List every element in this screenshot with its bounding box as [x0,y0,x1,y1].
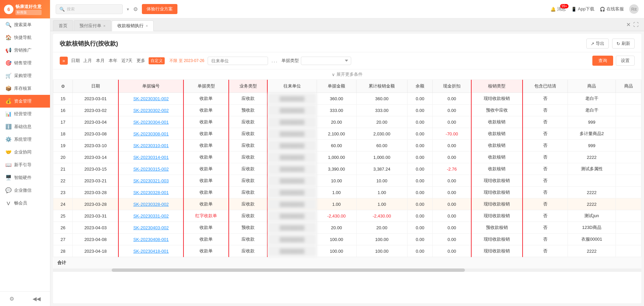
row-bill-no[interactable]: SK-20230408-001 [118,234,184,245]
dropdown-icon[interactable]: ▾ [127,7,129,12]
bill-no-link[interactable]: SK-20230308-001 [133,131,169,136]
col-header-settings[interactable]: ⚙ [53,80,73,93]
sidebar-item-purchase[interactable]: 🛒采购管理 [0,69,50,82]
bill-no-link[interactable]: SK-20230315-002 [133,167,169,172]
filter-expand-row: ∨ 展开更多条件 [53,69,641,80]
row-no: 26 [53,222,73,234]
row-goods: 2222 [568,198,616,210]
bill-no-link[interactable]: SK-20230331-002 [133,213,169,219]
gear-icon[interactable]: ⚙ [133,6,138,12]
row-biz-type: 应收款 [229,93,267,105]
bill-no-link[interactable]: SK-20230403-002 [133,225,169,230]
query-button[interactable]: 查询 [592,56,613,66]
date-btn-更多[interactable]: 更多 [135,57,147,64]
filter-expand-button[interactable]: » [60,57,68,65]
row-bill-no[interactable]: SK-20230418-001 [118,245,184,257]
counterpart-input[interactable] [208,57,268,65]
sidebar-item-marketing[interactable]: 📢营销推广 [0,44,50,57]
row-bill-no[interactable]: SK-20230403-002 [118,222,184,234]
notifications-link[interactable]: 🔔 消息 99+ [550,6,566,12]
date-btn-本月[interactable]: 本月 [95,57,106,64]
bill-no-link[interactable]: SK-20230314-001 [133,155,169,160]
row-bill-no[interactable]: SK-20230314-001 [118,151,184,163]
row-biz-type: 应收款 [229,116,267,128]
bill-no-link[interactable]: SK-20230302-002 [133,108,169,113]
sidebar-item-enterprise[interactable]: 🤝企业协同 [0,146,50,159]
guide-icon: 📖 [5,162,11,168]
app-download-link[interactable]: 📱 App下载 [571,6,594,12]
bill-no-link[interactable]: SK-20230418-001 [133,249,169,254]
column-settings-icon[interactable]: ⚙ [61,84,65,89]
bill-type-select[interactable] [301,57,351,65]
avatar[interactable]: Rit [629,4,639,14]
bill-no-link[interactable]: SK-20230310-001 [133,143,169,148]
sales-icon: 🎯 [5,60,11,66]
bill-no-link[interactable]: SK-20230328-001 [133,190,169,195]
maximize-tab-button[interactable]: ⛶ [633,21,639,28]
row-counterpart: ████████ [267,222,317,234]
sidebar-item-inventory[interactable]: 📦库存核算 [0,82,50,95]
row-include-settled: 否 [523,187,568,198]
date-btn-近7天[interactable]: 近7天 [120,57,134,64]
settings-bottom-icon[interactable]: ⚙ [7,294,17,303]
row-bill-type: 收款单 [183,93,229,105]
sidebar-item-sales[interactable]: 🎯销售管理 [0,57,50,69]
data-table: ⚙日期单据编号单据类型业务类型往来单位单据金额累计核销金额余额现金折扣核销类型包… [53,80,641,268]
row-bill-no[interactable]: SK-20230328-001 [118,187,184,198]
col-header-cancel_type: 核销类型 [471,80,523,93]
date-custom-button[interactable]: 自定义 [149,57,165,64]
table-footer-row: 合计 [53,257,641,269]
row-counterpart: ████████ [267,151,317,163]
sidebar-item-search[interactable]: 🔍搜索菜单 [0,18,50,31]
row-bill-no[interactable]: SK-20230328-002 [118,198,184,210]
row-bill-no[interactable]: SK-20230301-002 [118,93,184,105]
sidebar-item-finance[interactable]: 💰资金管理 [0,95,50,108]
table-scrollbar-thumb[interactable] [112,268,465,272]
topbar-search[interactable]: 🔍 搜索 [56,4,123,14]
tab-close-icon[interactable]: × [103,24,105,28]
bill-no-link[interactable]: SK-20230328-002 [133,202,169,207]
row-biz-type: 应收款 [229,128,267,140]
sidebar-item-hardware[interactable]: 🖥️智能硬件 [0,171,50,184]
row-accum-cancel: 3,387.24 [356,163,407,175]
sidebar-item-system[interactable]: ⚙️系统管理 [0,133,50,146]
date-btn-上月[interactable]: 上月 [82,57,93,64]
sidebar-item-operation[interactable]: 📊经营管理 [0,108,50,120]
tab-receipts[interactable]: 收款核销执行× [112,20,153,31]
row-bill-no[interactable]: SK-20230304-001 [118,116,184,128]
bill-no-link[interactable]: SK-20230408-001 [133,237,169,242]
tab-home[interactable]: 首页 [53,20,73,31]
filter-more-dots[interactable]: ... [271,58,278,64]
sidebar-item-basic[interactable]: ℹ️基础信息 [0,120,50,133]
row-bill-no[interactable]: SK-20230315-002 [118,163,184,175]
sidebar-item-shortcut[interactable]: 🏠快捷导航 [0,31,50,44]
online-service-link[interactable]: 🎧 在线客服 [600,6,624,12]
refresh-button[interactable]: ↻ 刷新 [612,39,635,49]
filter-settings-button[interactable]: 设置 [616,56,635,66]
export-button[interactable]: ↗ 导出 [586,39,609,49]
row-balance: 0.00 [408,198,433,210]
bill-no-link[interactable]: SK-20230304-001 [133,120,169,125]
sidebar-item-member[interactable]: V畅会员 [0,197,50,209]
row-bill-no[interactable]: SK-20230302-002 [118,105,184,116]
row-counterpart: ████████ [267,93,317,105]
row-bill-no[interactable]: SK-20230321-003 [118,175,184,187]
tab-close-icon[interactable]: × [146,24,148,28]
bill-no-link[interactable]: SK-20230301-002 [133,96,169,101]
table-scrollbar[interactable] [53,268,641,272]
row-counterpart: ████████ [267,128,317,140]
sidebar-item-guide[interactable]: 📖新手引导 [0,159,50,171]
collapse-icon[interactable]: ◀◀ [30,294,43,303]
solution-button[interactable]: 体验行业方案 [142,4,177,14]
close-tab-button[interactable]: ✕ [626,21,631,28]
date-btn-本年[interactable]: 本年 [107,57,119,64]
tab-prepay[interactable]: 预付应付单× [74,20,111,31]
bill-no-link[interactable]: SK-20230321-003 [133,178,169,183]
row-bill-no[interactable]: SK-20230308-001 [118,128,184,140]
sidebar-item-wechat[interactable]: 💬企业微信 [0,184,50,197]
row-bill-no[interactable]: SK-20230331-002 [118,210,184,222]
row-cash-discount: 0.00 [433,198,471,210]
row-include-settled: 否 [523,245,568,257]
expand-more-button[interactable]: ∨ 展开更多条件 [332,71,363,77]
row-bill-no[interactable]: SK-20230310-001 [118,140,184,151]
